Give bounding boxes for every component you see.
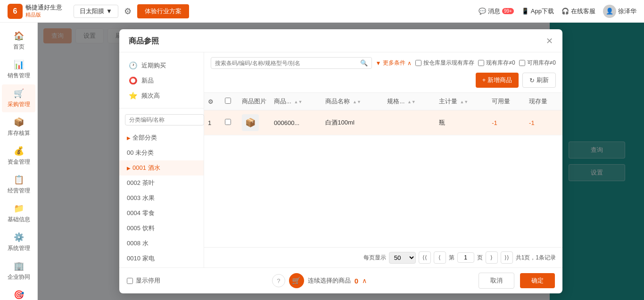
logo-icon: 6 (8, 4, 23, 19)
category-item-0010[interactable]: 0010 家电 (119, 251, 204, 264)
category-item-all[interactable]: ▶ 全部分类 (119, 130, 204, 145)
sidebar-item-purchase[interactable]: 🛒 采购管理 (2, 84, 35, 112)
by-warehouse-checkbox[interactable] (415, 60, 421, 66)
product-table: ⚙ 商品图片 商品... (204, 93, 562, 135)
user-profile[interactable]: 👤 徐泽华 (603, 5, 636, 18)
experience-btn[interactable]: 体验行业方案 (137, 4, 189, 18)
cat-label-0002: 0002 茶叶 (127, 179, 155, 187)
finance-icon: 💰 (14, 146, 24, 156)
sidebar-item-guide[interactable]: 🎯 新手引导 (2, 286, 35, 300)
th-spec[interactable]: 规格... ▲▼ (383, 93, 435, 110)
right-panel: 🔍 ▼ 更多条件 ∧ 按仓库显示现有库存 (204, 52, 562, 267)
refresh-btn[interactable]: ↻ 刷新 (522, 73, 556, 88)
td-code: 000600... (270, 110, 322, 135)
stock-not-zero-checkbox[interactable] (478, 60, 484, 66)
td-checkbox (221, 110, 238, 135)
first-page-btn[interactable]: ⟨⟨ (419, 251, 431, 264)
product-search-input[interactable] (215, 60, 358, 67)
last-page-btn[interactable]: ⟩⟩ (501, 251, 513, 264)
th-name[interactable]: 商品名称 ▲▼ (322, 93, 383, 110)
current-page-input[interactable] (457, 252, 474, 263)
cancel-btn[interactable]: 取消 (479, 273, 514, 289)
left-tab-frequent-label: 频次高 (141, 92, 160, 100)
td-available: -1 (488, 110, 525, 135)
top-navbar: 6 畅捷通好生意 精品版 日太阳膜 ▼ ⚙ 体验行业方案 💬 消息 99+ 📱 … (0, 0, 644, 23)
th-unit[interactable]: 主计量 ▲▼ (435, 93, 488, 110)
sidebar-label-basics: 基础信息 (8, 216, 30, 224)
close-icon[interactable]: ✕ (546, 36, 553, 46)
page-size-select[interactable]: 50 10 20 100 (389, 252, 416, 264)
pagination-row: 每页显示 50 10 20 100 ⟨⟨ ⟨ 第 页 (204, 247, 562, 267)
sidebar-item-basics[interactable]: 📁 基础信息 (2, 200, 35, 227)
message-label: 消息 (488, 7, 500, 16)
table-header-row: ⚙ 商品图片 商品... (204, 93, 562, 110)
sidebar-item-operations[interactable]: 📋 经营管理 (2, 171, 35, 199)
available-not-zero-checkbox[interactable] (519, 60, 525, 66)
prev-page-btn[interactable]: ⟨ (434, 251, 446, 264)
category-search-input[interactable] (125, 114, 204, 125)
modal-overlay: 商品参照 ✕ 🕐 近期购买 ⭕ (38, 23, 644, 300)
action-btns: + 新增商品 ↻ 刷新 (476, 73, 556, 88)
left-tab-recent[interactable]: 🕐 近期购买 (123, 58, 200, 73)
cat-label-0010: 0010 家电 (127, 254, 155, 263)
confirm-btn[interactable]: 确定 (520, 273, 555, 288)
more-conditions-btn[interactable]: ▼ 更多条件 ∧ (376, 59, 412, 67)
store-selector[interactable]: 日太阳膜 ▼ (74, 5, 118, 18)
modal-header: 商品参照 ✕ (119, 29, 562, 52)
td-name: 白酒100ml (322, 110, 383, 135)
left-tab-new-label: 新品 (141, 76, 154, 85)
select-all-checkbox[interactable] (225, 98, 231, 104)
td-seq: 1 (204, 110, 221, 135)
arrow-icon: ▶ (127, 135, 131, 141)
page-label: 第 (449, 254, 454, 262)
category-item-0004[interactable]: 0004 零食 (119, 206, 204, 221)
category-item-00[interactable]: 00 未分类 (119, 145, 204, 160)
show-disabled-label[interactable]: 显示停用 (127, 276, 160, 285)
next-page-btn[interactable]: ⟩ (486, 251, 498, 264)
category-item-0005[interactable]: 0005 饮料 (119, 221, 204, 236)
by-warehouse-checkbox-label[interactable]: 按仓库显示现有库存 (415, 59, 474, 67)
collapse-icon[interactable]: ∧ (362, 277, 367, 284)
online-service-nav[interactable]: 🎧 在线客服 (561, 7, 595, 16)
home-icon: 🏠 (14, 31, 24, 41)
sidebar-item-home[interactable]: 🏠 首页 (2, 27, 35, 55)
th-image: 商品图片 (238, 93, 270, 110)
show-disabled-checkbox[interactable] (127, 278, 133, 284)
enterprise-icon: 🏢 (14, 261, 24, 271)
sort-unit-icon: ▲▼ (460, 100, 468, 104)
sidebar-item-sales[interactable]: 📊 销售管理 (2, 56, 35, 83)
arrow-icon-0001: ▶ (127, 166, 131, 171)
category-item-0002[interactable]: 0002 茶叶 (119, 175, 204, 191)
available-not-zero-checkbox-label[interactable]: 可用库存≠0 (519, 59, 556, 67)
settings-icon[interactable]: ⚙ (124, 6, 132, 17)
filter-row: 🔍 ▼ 更多条件 ∧ 按仓库显示现有库存 (204, 52, 562, 93)
logo-sub: 精品版 (25, 11, 62, 18)
add-product-btn[interactable]: + 新增商品 (476, 73, 519, 88)
cat-label-0001: 0001 酒水 (132, 164, 160, 172)
sidebar-label-system: 系统管理 (8, 244, 30, 252)
cat-label-0005: 0005 饮料 (127, 224, 155, 233)
category-item-0003[interactable]: 0003 水果 (119, 191, 204, 206)
messages-nav[interactable]: 💬 消息 99+ (479, 7, 514, 16)
cart-icon-btn[interactable]: 🛒 (289, 273, 304, 288)
category-item-0008[interactable]: 0008 水 (119, 236, 204, 251)
category-item-0001[interactable]: ▶ 0001 酒水 (119, 160, 204, 175)
th-code[interactable]: 商品... ▲▼ (270, 93, 322, 110)
app-download-nav[interactable]: 📱 App下载 (521, 7, 554, 16)
sidebar-item-inventory[interactable]: 📦 库存核算 (2, 113, 35, 141)
sidebar-item-finance[interactable]: 💰 资金管理 (2, 142, 35, 170)
more-conditions-label: 更多条件 (383, 59, 405, 67)
sidebar-item-enterprise[interactable]: 🏢 企业协同 (2, 257, 35, 285)
help-icon[interactable]: ? (272, 274, 285, 287)
row-checkbox[interactable] (225, 119, 231, 125)
th-settings[interactable]: ⚙ (204, 93, 221, 110)
product-search-icon[interactable]: 🔍 (360, 59, 368, 67)
cat-label-all: 全部分类 (132, 133, 157, 142)
left-tab-frequent[interactable]: ⭐ 频次高 (123, 88, 200, 103)
left-tab-new[interactable]: ⭕ 新品 (123, 73, 200, 88)
modal-footer: 显示停用 ? 🛒 连续选择的商品 0 ∧ 取消 确定 (119, 267, 562, 293)
table-row[interactable]: 1 📦 000600... 白酒100ml (204, 110, 562, 135)
stock-not-zero-checkbox-label[interactable]: 现有库存≠0 (478, 59, 515, 67)
sales-icon: 📊 (14, 59, 24, 70)
sidebar-item-system[interactable]: ⚙️ 系统管理 (2, 228, 35, 256)
